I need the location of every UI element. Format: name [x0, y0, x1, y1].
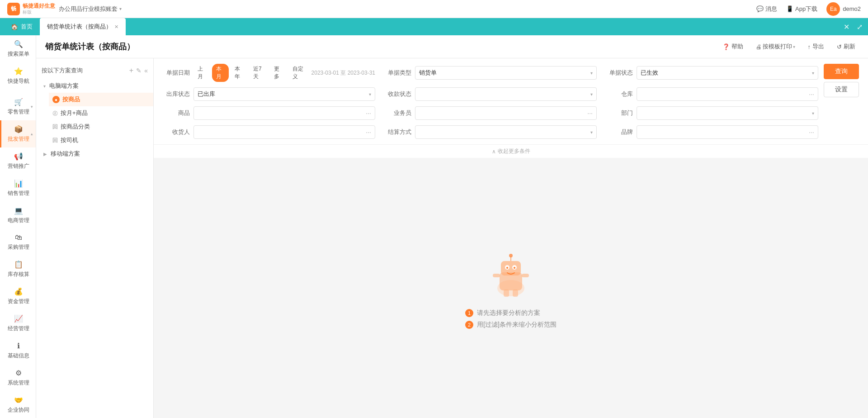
sidebar-item-purchase[interactable]: 🛍 采购管理 [0, 229, 36, 256]
date-custom[interactable]: 自定义 [288, 64, 309, 82]
tree-desktop-section[interactable]: ▾ 电脑端方案 [36, 79, 153, 93]
filter-date-row: 单据日期 上月 本月 本年 近7天 更多 自定义 2023-03-01 至 20… [163, 64, 818, 82]
recipient-dots-icon[interactable]: ··· [366, 128, 371, 136]
sidebar-item-operations[interactable]: 📈 经营管理 [0, 310, 36, 337]
salesperson-dots-icon[interactable]: ··· [587, 109, 593, 117]
warehouse-label: 出库状态 [163, 90, 190, 98]
tab-expand-window[interactable]: ⤢ [855, 21, 864, 33]
tab-bar-right: ✕ ⤢ [842, 21, 864, 33]
settings-button[interactable]: 设置 [824, 82, 859, 97]
sidebar-item-basic[interactable]: ℹ 基础信息 [0, 337, 36, 364]
by-scanner-label: 按司机 [61, 136, 78, 144]
product-control[interactable]: ··· [193, 106, 375, 120]
tab-close-icon[interactable]: ✕ [114, 24, 118, 30]
brand-label: 品牌 [606, 128, 633, 136]
by-product-active-icon: ● [52, 96, 60, 103]
refresh-button[interactable]: ↺ 刷新 [833, 41, 859, 52]
date-more[interactable]: 更多 [270, 64, 287, 82]
tree-item-by-product[interactable]: ● 按商品 [49, 93, 153, 106]
app-download-button[interactable]: 📱 App下载 [786, 5, 817, 13]
workspace-selector[interactable]: 办公用品行业模拟账套 ▾ [59, 5, 122, 13]
filter-brand-item: 品牌 ··· [606, 125, 818, 139]
doctype-control[interactable]: 销货单 ▾ [415, 66, 597, 80]
filter-main: 单据日期 上月 本月 本年 近7天 更多 自定义 2023-03-01 至 20… [163, 64, 818, 139]
tree-mobile-section[interactable]: ▶ 移动端方案 [36, 147, 153, 161]
filter-product-item: 商品 ··· [163, 106, 375, 120]
sidebar-item-system[interactable]: ⚙ 系统管理 [0, 364, 36, 391]
help-icon: ❓ [722, 43, 730, 50]
svg-rect-9 [493, 274, 500, 277]
tab-close-window[interactable]: ✕ [842, 21, 851, 33]
date-this-month[interactable]: 本月 [212, 64, 229, 82]
export-button[interactable]: ↑ 导出 [804, 41, 828, 52]
step-1-num: 1 [465, 309, 473, 317]
docstatus-value: 已生效 [641, 69, 810, 77]
dept-control[interactable]: ▾ [637, 106, 818, 120]
cooperation-icon: 🤝 [14, 396, 23, 404]
sidebar-item-search-menu[interactable]: 🔍 搜索菜单 [0, 35, 36, 62]
panel-collapse-button[interactable]: « [144, 67, 148, 74]
sidebar-item-cooperation[interactable]: 🤝 企业协同 [0, 391, 36, 418]
by-month-product-icon: ㊣ [52, 109, 58, 117]
tree-item-by-month-product[interactable]: ㊣ 按月+商品 [49, 106, 153, 120]
wholesale-icon: 📦 [14, 125, 23, 133]
salesperson-control[interactable]: ··· [415, 106, 597, 120]
sidebar: 🔍 搜索菜单 ⭐ 快捷导航 🛒 零售管理 ▾ 📦 批发管理 ▴ 📢 营销推广 📊… [0, 35, 36, 418]
product-dots-icon[interactable]: ··· [366, 109, 371, 117]
date-this-year[interactable]: 本年 [231, 64, 247, 82]
collapse-bar[interactable]: ∧ 收起更多条件 [154, 144, 868, 158]
export-icon: ↑ [808, 43, 811, 50]
empty-step-2: 2 用[过滤]条件来缩小分析范围 [465, 321, 557, 329]
filter-warehouse2-item: 仓库 ··· [606, 87, 818, 101]
date-last-7[interactable]: 近7天 [249, 64, 268, 82]
print-arrow-icon: ▾ [793, 44, 795, 49]
sidebar-item-wholesale[interactable]: 📦 批发管理 ▴ [0, 120, 36, 147]
warehouse2-dots-icon[interactable]: ··· [809, 90, 814, 98]
warehouse-control[interactable]: 已出库 ▾ [193, 87, 375, 101]
collapse-icon: ∧ [492, 148, 496, 155]
date-filter-controls: 上月 本月 本年 近7天 更多 自定义 2023-03-01 至 2023-03… [193, 64, 375, 82]
print-button[interactable]: 🖨 按模板打印 ▾ [752, 41, 799, 52]
mobile-expand-icon: ▶ [43, 152, 47, 157]
recipient-control[interactable]: ··· [193, 125, 375, 139]
filter-row-4: 收货人 ··· 结算方式 [163, 125, 818, 139]
help-button[interactable]: ❓ 帮助 [719, 41, 747, 52]
svg-rect-12 [513, 290, 518, 297]
sidebar-item-ecommerce[interactable]: 💻 电商管理 [0, 202, 36, 229]
sidebar-item-finance[interactable]: 💰 资金管理 [0, 283, 36, 310]
tree-item-by-category[interactable]: 回 按商品分类 [49, 120, 153, 133]
docstatus-control[interactable]: 已生效 ▾ [637, 66, 818, 80]
user-menu[interactable]: Ea demo2 [826, 2, 861, 16]
brand-dots-icon[interactable]: ··· [809, 128, 814, 136]
settle-control[interactable]: ▾ [415, 125, 597, 139]
filter-docstatus-item: 单据状态 已生效 ▾ [606, 66, 818, 80]
panel-edit-button[interactable]: ✎ [136, 67, 142, 74]
ecommerce-icon: 💻 [14, 206, 23, 215]
doctype-value: 销货单 [419, 69, 589, 77]
tree-item-by-scanner[interactable]: 回 按司机 [49, 133, 153, 147]
query-button[interactable]: 查询 [824, 64, 859, 79]
sidebar-item-quick-nav[interactable]: ⭐ 快捷导航 [0, 62, 36, 90]
sidebar-item-inventory[interactable]: 📋 库存核算 [0, 256, 36, 283]
panel-add-button[interactable]: + [129, 66, 133, 75]
warehouse2-control[interactable]: ··· [637, 87, 818, 101]
sidebar-item-marketing[interactable]: 📢 营销推广 [0, 147, 36, 175]
payment-control[interactable]: ▾ [415, 87, 597, 101]
filter-payment-item: 收款状态 ▾ [384, 87, 597, 101]
date-last-month[interactable]: 上月 [193, 64, 210, 82]
left-panel: 按以下方案查询 + ✎ « ▾ 电脑端方案 ● 按商品 [36, 58, 154, 418]
message-button[interactable]: 💬 消息 [756, 5, 777, 13]
by-product-label: 按商品 [62, 95, 80, 104]
sidebar-item-retail[interactable]: 🛒 零售管理 ▾ [0, 93, 36, 120]
filter-warehouse-item: 出库状态 已出库 ▾ [163, 87, 375, 101]
svg-rect-11 [504, 290, 509, 297]
payment-label: 收款状态 [384, 90, 411, 98]
sidebar-item-sales[interactable]: 📊 销售管理 [0, 175, 36, 202]
tab-sales-stat[interactable]: 销货单统计表（按商品） ✕ [40, 18, 126, 35]
settle-label: 结算方式 [384, 128, 411, 136]
brand-control[interactable]: ··· [637, 125, 818, 139]
tab-home[interactable]: 🏠 首页 [4, 18, 40, 35]
tree-desktop-children: ● 按商品 ㊣ 按月+商品 回 按商品分类 回 按司机 [36, 93, 153, 147]
doctype-label: 单据类型 [384, 69, 411, 77]
desktop-expand-icon: ▾ [43, 84, 46, 89]
